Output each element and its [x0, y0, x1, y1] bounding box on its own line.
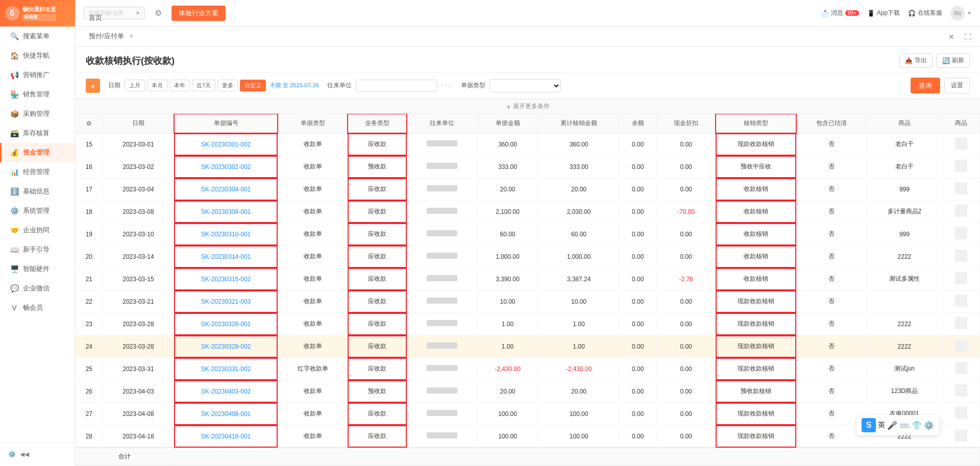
date-7days-btn[interactable]: 近7天 — [192, 80, 215, 91]
th-goods-img[interactable]: 商品 — [942, 114, 979, 133]
sidebar-item-inventory[interactable]: 🗃️库存核算 — [0, 124, 75, 143]
sidebar-item-member[interactable]: V畅会员 — [0, 298, 75, 317]
tab-advance-payment[interactable]: 预付/应付单✕ — [82, 28, 147, 46]
doc-no-link[interactable]: SK-20230408-001 — [201, 410, 251, 418]
filter-bar: » 日期 上月 本月 本年 近7天 更多 自定义 不限 至 2023-07-26 — [76, 72, 980, 99]
th-partner[interactable]: 往来单位 — [407, 114, 477, 133]
date-custom-btn[interactable]: 自定义 — [240, 80, 266, 91]
expand-tabs-btn[interactable]: ⛶ — [962, 31, 974, 43]
close-all-tabs-btn[interactable]: ✕ — [945, 31, 958, 43]
filter-setting-btn[interactable]: 设置 — [944, 78, 970, 93]
cell-no: 20 — [76, 246, 103, 268]
service-btn[interactable]: 🎧 在线客服 — [908, 9, 942, 17]
sidebar-label-member: 畅会员 — [23, 303, 43, 312]
table-body: 15 2023-03-01 SK-20230301-002 收款单 应收款 36… — [76, 133, 980, 448]
doc-type-select[interactable] — [489, 79, 561, 92]
cell-date: 2023-03-28 — [103, 313, 174, 335]
tabbar-actions: ✕ ⛶ — [945, 31, 974, 43]
cell-included: 否 — [796, 290, 866, 313]
solution-btn[interactable]: 体验行业方案 — [172, 6, 226, 21]
th-amount[interactable]: 单据金额 — [477, 114, 538, 133]
export-btn[interactable]: 📤 导出 — [899, 53, 933, 68]
sidebar: 6 畅快通好生意 标推版 🔍搜索菜单🏠快捷导航📢营销推广🏪销售管理📦采购管理🗃️… — [0, 0, 76, 466]
doc-no-link[interactable]: SK-20230321-003 — [201, 298, 251, 305]
cell-balance: 0.00 — [619, 178, 656, 201]
app-download-btn[interactable]: 📱 App下载 — [867, 9, 900, 17]
filter-toggle-btn[interactable]: » — [86, 79, 100, 93]
th-setting[interactable]: ⚙ — [76, 114, 103, 133]
sidebar-item-basic[interactable]: ℹ️基础信息 — [0, 182, 75, 201]
cell-included: 否 — [796, 313, 866, 335]
th-doc-type[interactable]: 单据类型 — [278, 114, 348, 133]
marketing-icon: 📢 — [10, 70, 19, 80]
logo-text: 畅快通好生意 标推版 — [22, 6, 56, 21]
sidebar-item-finance[interactable]: 💰资金管理 — [0, 143, 75, 162]
table-row: 21 2023-03-15 SK-20230315-002 收款单 应收款 3,… — [76, 268, 980, 290]
doc-no-link[interactable]: SK-20230331-002 — [201, 365, 251, 373]
th-discount[interactable]: 现金折扣 — [656, 114, 716, 133]
doc-no-link[interactable]: SK-20230304-001 — [201, 186, 251, 193]
doc-type-label: 单据类型 — [461, 81, 485, 90]
sidebar-item-operation[interactable]: 📊经营管理 — [0, 162, 75, 182]
sidebar-item-wechat[interactable]: 💬企业微信 — [0, 279, 75, 298]
doc-no-link[interactable]: SK-20230314-001 — [201, 253, 251, 260]
cell-cancel-amount: 60.00 — [538, 223, 619, 246]
doc-no-link[interactable]: SK-20230418-001 — [201, 433, 251, 440]
message-btn[interactable]: 📩 消息 99+ — [821, 9, 859, 17]
sidebar-item-quick-nav[interactable]: 🏠快捷导航 — [0, 46, 75, 65]
th-date[interactable]: 日期 — [103, 114, 174, 133]
sidebar-item-system[interactable]: ⚙️系统管理 — [0, 201, 75, 220]
cell-partner — [407, 290, 477, 313]
doc-no-link[interactable]: SK-20230403-002 — [201, 388, 251, 395]
th-balance[interactable]: 余额 — [619, 114, 656, 133]
cell-cancel-amount: 20.00 — [538, 178, 619, 201]
sidebar-label-sales: 销售管理 — [23, 90, 50, 99]
doc-no-link[interactable]: SK-20230301-002 — [201, 141, 251, 148]
th-doc-no[interactable]: 单据编号 — [174, 114, 278, 133]
doc-no-link[interactable]: SK-20230328-001 — [201, 321, 251, 328]
doc-no-link[interactable]: SK-20230302-002 — [201, 163, 251, 170]
more-filters-icon[interactable]: ··· — [442, 81, 453, 90]
sidebar-item-search[interactable]: 🔍搜索菜单 — [0, 27, 75, 46]
user-avatar-area[interactable]: Rit ▼ — [950, 6, 972, 20]
cell-cancel-type: 现款收款核销 — [716, 403, 796, 425]
gear-icon[interactable]: ⚙ — [151, 6, 165, 20]
sidebar-item-purchase[interactable]: 📦采购管理 — [0, 104, 75, 124]
sidebar-label-enterprise: 企业协同 — [23, 226, 50, 235]
quick-nav-icon: 🏠 — [10, 51, 19, 60]
service-label: 在线客服 — [918, 9, 942, 17]
doc-no-link[interactable]: SK-20230308-001 — [201, 208, 251, 215]
sidebar-item-sales[interactable]: 🏪销售管理 — [0, 85, 75, 104]
cell-biz-type: 应收款 — [348, 358, 407, 380]
sidebar-item-enterprise[interactable]: 🤝企业协同 — [0, 220, 75, 240]
doc-no-link[interactable]: SK-20230310-001 — [201, 231, 251, 238]
sidebar-item-marketing[interactable]: 📢营销推广 — [0, 65, 75, 85]
cell-balance: 0.00 — [619, 425, 656, 448]
cell-goods: 2222 — [866, 313, 942, 335]
date-this-month-btn[interactable]: 本月 — [147, 80, 167, 91]
sidebar-settings-btn[interactable]: ⚙️ ◀◀ — [0, 447, 75, 462]
date-more-btn[interactable]: 更多 — [217, 80, 238, 91]
th-biz-type[interactable]: 业务类型 — [348, 114, 407, 133]
query-btn[interactable]: 查询 — [911, 78, 940, 93]
cell-date: 2023-04-03 — [103, 380, 174, 403]
expand-more-filters-btn[interactable]: ∨ 展开更多条件 — [76, 99, 980, 114]
doc-no-link[interactable]: SK-20230315-002 — [201, 276, 251, 283]
tab-home[interactable]: 首页 — [82, 9, 147, 28]
refresh-btn[interactable]: 🔄 刷新 — [937, 53, 970, 68]
th-goods[interactable]: 商品 — [866, 114, 942, 133]
cell-biz-type: 应收款 — [348, 223, 407, 246]
partner-filter-input[interactable] — [356, 80, 437, 92]
cell-no: 22 — [76, 290, 103, 313]
cell-date: 2023-03-14 — [103, 246, 174, 268]
tab-close-advance-payment[interactable]: ✕ — [127, 32, 135, 40]
sidebar-item-hardware[interactable]: 🖥️智能硬件 — [0, 259, 75, 279]
date-this-year-btn[interactable]: 本年 — [169, 80, 190, 91]
doc-no-link[interactable]: SK-20230328-002 — [201, 343, 251, 350]
date-last-month-btn[interactable]: 上月 — [125, 80, 145, 91]
th-cancel-type[interactable]: 核销类型 — [716, 114, 796, 133]
date-filter-label: 日期 — [108, 81, 120, 90]
th-cancel-amount[interactable]: 累计核销金额 — [538, 114, 619, 133]
th-included[interactable]: 包含已结清 — [796, 114, 866, 133]
sidebar-item-guide[interactable]: 📖新手引导 — [0, 240, 75, 259]
